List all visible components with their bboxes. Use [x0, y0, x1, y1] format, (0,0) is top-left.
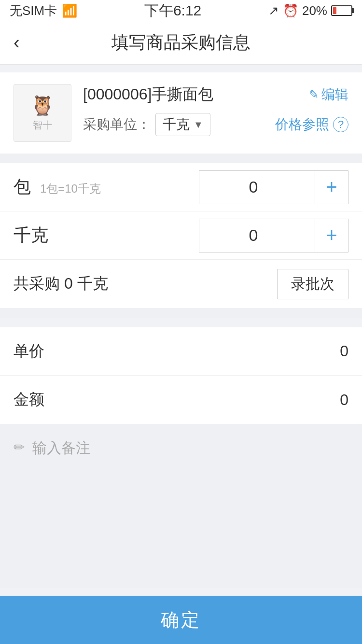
- unit-value: 千克: [163, 115, 190, 134]
- status-bar: 无SIM卡 📶 下午6:12 ↗ ⏰ 20%: [0, 0, 362, 21]
- battery-icon: [331, 5, 352, 16]
- product-name: [0000006]手撕面包: [83, 84, 213, 105]
- carrier-label: 无SIM卡: [10, 2, 57, 19]
- bag-input-row: 包 1包=10千克 +: [0, 163, 362, 211]
- bag-input-group: +: [199, 170, 348, 204]
- product-info: [0000006]手撕面包 ✎ 编辑 采购单位： 千克 ▼ 价格参照 ?: [83, 84, 348, 136]
- unit-arrow-icon: ▼: [194, 119, 203, 130]
- info-section: 单价 0 金额 0: [0, 327, 362, 424]
- input-section: 包 1包=10千克 + 千克 +: [0, 163, 362, 260]
- product-thumb-owl: 🦉: [30, 94, 55, 117]
- bag-quantity-input[interactable]: [199, 170, 315, 204]
- bag-label-group: 包 1包=10千克: [14, 175, 101, 199]
- unit-price-value: 0: [340, 342, 348, 360]
- confirm-button[interactable]: 确定: [0, 596, 362, 644]
- kg-plus-button[interactable]: +: [315, 219, 348, 252]
- battery-fill: [333, 7, 336, 14]
- edit-label: 编辑: [321, 85, 348, 104]
- alarm-icon: ⏰: [283, 3, 298, 18]
- total-row: 共采购 0 千克 录批次: [0, 260, 362, 308]
- product-unit-row: 采购单位： 千克 ▼ 价格参照 ?: [83, 113, 348, 136]
- kg-input-group: +: [199, 219, 348, 252]
- bag-plus-button[interactable]: +: [315, 170, 348, 204]
- pencil-icon: ✏: [14, 439, 25, 455]
- unit-label: 采购单位：: [83, 115, 151, 134]
- edit-button[interactable]: ✎ 编辑: [309, 85, 348, 104]
- price-ref-label: 价格参照: [275, 115, 329, 134]
- product-name-row: [0000006]手撕面包 ✎ 编辑: [83, 84, 348, 105]
- divider-2: [0, 308, 362, 318]
- location-icon: ↗: [268, 3, 279, 18]
- kg-quantity-input[interactable]: [199, 219, 315, 252]
- kg-input-row: 千克 +: [0, 211, 362, 260]
- edit-icon: ✎: [309, 88, 319, 101]
- unit-selector[interactable]: 千克 ▼: [155, 113, 210, 136]
- amount-label: 金额: [14, 389, 44, 410]
- kg-label-group: 千克: [14, 224, 48, 247]
- unit-price-label: 单价: [14, 341, 44, 362]
- status-time: 下午6:12: [144, 1, 201, 21]
- amount-value: 0: [340, 391, 348, 409]
- nav-bar: ‹ 填写商品采购信息: [0, 21, 362, 65]
- status-left: 无SIM卡 📶: [10, 2, 77, 19]
- back-button[interactable]: ‹: [14, 32, 20, 53]
- record-batch-button[interactable]: 录批次: [277, 269, 348, 299]
- unit-price-row: 单价 0: [0, 327, 362, 376]
- remark-section[interactable]: ✏ 输入备注: [0, 424, 362, 588]
- divider-1: [0, 154, 362, 163]
- product-card: 🦉 智十 [0000006]手撕面包 ✎ 编辑 采购单位： 千克 ▼ 价格参照 …: [0, 72, 362, 154]
- total-label: 共采购 0 千克: [14, 273, 108, 294]
- product-thumb-label: 智十: [33, 119, 52, 132]
- wifi-icon: 📶: [62, 3, 77, 18]
- price-ref-button[interactable]: 价格参照 ?: [275, 115, 348, 134]
- status-right: ↗ ⏰ 20%: [268, 3, 352, 18]
- product-thumbnail: 🦉 智十: [14, 84, 71, 142]
- battery-pct: 20%: [302, 3, 327, 18]
- page-title: 填写商品采购信息: [111, 31, 251, 55]
- bag-sub-label: 1包=10千克: [40, 182, 101, 195]
- bag-label: 包: [14, 177, 31, 196]
- kg-label: 千克: [14, 225, 48, 245]
- amount-row: 金额 0: [0, 376, 362, 424]
- remark-placeholder: 输入备注: [32, 438, 90, 458]
- price-help-icon: ?: [333, 117, 348, 132]
